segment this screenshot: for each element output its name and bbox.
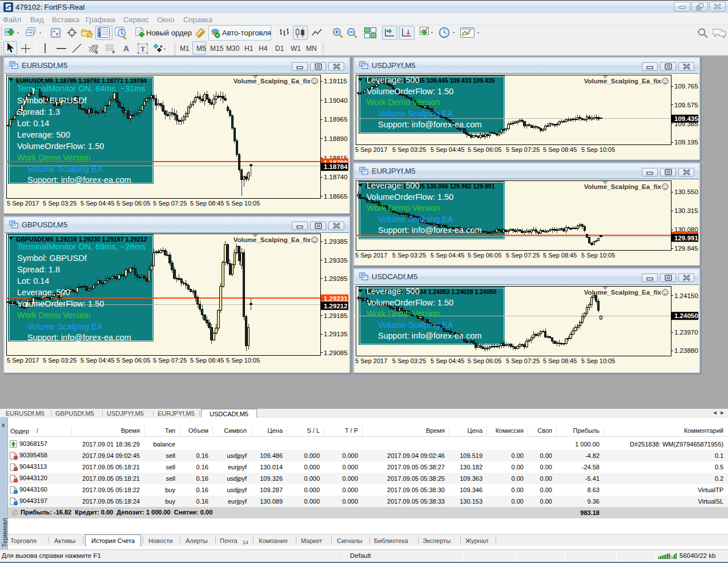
svg-text:Leverage: 500: Leverage: 500 bbox=[17, 288, 70, 297]
svg-text:5 Sep 04:45: 5 Sep 04:45 bbox=[431, 252, 464, 259]
svg-text:Work Demo Version: Work Demo Version bbox=[17, 153, 91, 162]
svg-text:Support: info@forex-ea.com: Support: info@forex-ea.com bbox=[378, 226, 482, 235]
svg-text:5 Sep 2017: 5 Sep 2017 bbox=[355, 357, 387, 364]
svg-text:5 Sep 06:05: 5 Sep 06:05 bbox=[468, 146, 501, 153]
svg-text:1.18965: 1.18965 bbox=[324, 116, 348, 123]
svg-text:1.18890: 1.18890 bbox=[324, 135, 348, 142]
svg-text:Symbol: EURUSDf: Symbol: EURUSDf bbox=[17, 96, 87, 105]
svg-text:Volume_Scalping_Ea_fix: Volume_Scalping_Ea_fix bbox=[584, 78, 662, 85]
svg-text:Lot: 0.14: Lot: 0.14 bbox=[17, 276, 49, 285]
svg-text:5 Sep 04:45: 5 Sep 04:45 bbox=[81, 357, 114, 364]
svg-text:Support: info@forex-ea.com: Support: info@forex-ea.com bbox=[27, 333, 131, 342]
svg-text:1.23970: 1.23970 bbox=[674, 329, 698, 336]
svg-text:Work Demo Version: Work Demo Version bbox=[367, 309, 440, 318]
svg-text:1.29385: 1.29385 bbox=[324, 238, 348, 245]
svg-text:5 Sep 10:05: 5 Sep 10:05 bbox=[226, 357, 260, 364]
svg-text:1.29231: 1.29231 bbox=[324, 295, 348, 302]
svg-text:Leverage: 500: Leverage: 500 bbox=[367, 181, 420, 190]
svg-text:5 Sep 08:45: 5 Sep 08:45 bbox=[543, 252, 577, 259]
svg-text:1.23880: 1.23880 bbox=[674, 347, 698, 354]
svg-text:5 Sep 2017: 5 Sep 2017 bbox=[355, 146, 387, 153]
svg-text:Symbol: GBPUSDf: Symbol: GBPUSDf bbox=[17, 254, 87, 263]
svg-text:Support: info@forex-ea.com: Support: info@forex-ea.com bbox=[378, 331, 482, 340]
svg-text:5 Sep 06:05: 5 Sep 06:05 bbox=[468, 357, 501, 364]
svg-text:1.18784: 1.18784 bbox=[324, 163, 348, 170]
svg-text:1.29085: 1.29085 bbox=[324, 349, 348, 356]
svg-text:Support: info@forex-ea.com: Support: info@forex-ea.com bbox=[378, 120, 482, 129]
svg-text:5 Sep 04:45: 5 Sep 04:45 bbox=[431, 357, 464, 364]
svg-text:Volume Scalping EA: Volume Scalping EA bbox=[27, 322, 103, 331]
svg-text:5 Sep 04:45: 5 Sep 04:45 bbox=[81, 200, 114, 207]
svg-text:1.24050: 1.24050 bbox=[674, 312, 698, 319]
svg-text:5 Sep 10:05: 5 Sep 10:05 bbox=[581, 252, 615, 259]
svg-text:5 Sep 10:05: 5 Sep 10:05 bbox=[581, 357, 615, 364]
svg-text:5 Sep 03:25: 5 Sep 03:25 bbox=[392, 146, 426, 153]
svg-text:Volume Scalping EA: Volume Scalping EA bbox=[378, 215, 453, 224]
svg-text:Spread: 1.3: Spread: 1.3 bbox=[17, 107, 60, 116]
svg-text:5 Sep 08:45: 5 Sep 08:45 bbox=[190, 200, 224, 207]
svg-text:109.195: 109.195 bbox=[674, 139, 698, 146]
svg-text:5 Sep 08:45: 5 Sep 08:45 bbox=[543, 357, 577, 364]
svg-text:1.19040: 1.19040 bbox=[324, 97, 348, 104]
svg-text:EURUSDf,M5 1.18785 1.18792 1.1: EURUSDf,M5 1.18785 1.18792 1.18771 1.187… bbox=[16, 77, 147, 84]
svg-text:Volume Scalping EA: Volume Scalping EA bbox=[378, 109, 453, 118]
svg-text:5 Sep 03:25: 5 Sep 03:25 bbox=[43, 200, 77, 207]
svg-text:1.29185: 1.29185 bbox=[324, 312, 348, 319]
svg-text:109.765: 109.765 bbox=[674, 83, 698, 90]
svg-text:Volume_Scalping_Ea_fix: Volume_Scalping_Ea_fix bbox=[234, 236, 311, 243]
svg-text:Support: info@forex-ea.com: Support: info@forex-ea.com bbox=[27, 175, 131, 184]
svg-text:5 Sep 10:05: 5 Sep 10:05 bbox=[581, 146, 615, 153]
svg-text:Leverage: 500: Leverage: 500 bbox=[367, 75, 420, 85]
svg-text:Leverage: 500: Leverage: 500 bbox=[367, 287, 420, 296]
svg-text:TerminalMonitor ON, 69ms, ~28m: TerminalMonitor ON, 69ms, ~28ms bbox=[17, 242, 145, 251]
svg-text:Volume Scalping EA: Volume Scalping EA bbox=[378, 320, 453, 329]
svg-text:5 Sep 07:25: 5 Sep 07:25 bbox=[506, 146, 540, 153]
svg-text:VolumeOrderFlow: 1.50: VolumeOrderFlow: 1.50 bbox=[367, 87, 453, 96]
svg-text:5 Sep 2017: 5 Sep 2017 bbox=[7, 357, 39, 364]
svg-text:5 Sep 07:25: 5 Sep 07:25 bbox=[153, 200, 187, 207]
svg-text:109.575: 109.575 bbox=[674, 102, 698, 108]
svg-text:Volume_Scalping_Ea_fix: Volume_Scalping_Ea_fix bbox=[234, 78, 311, 85]
svg-text:5 Sep 08:45: 5 Sep 08:45 bbox=[543, 146, 577, 153]
svg-text:5 Sep 03:25: 5 Sep 03:25 bbox=[392, 357, 426, 364]
svg-text:1.29335: 1.29335 bbox=[324, 257, 348, 264]
svg-text:1.29285: 1.29285 bbox=[324, 275, 348, 282]
svg-text:VolumeOrderFlow: 1.50: VolumeOrderFlow: 1.50 bbox=[17, 299, 104, 308]
svg-text:Work Demo Version: Work Demo Version bbox=[367, 98, 440, 107]
svg-text:1.18665: 1.18665 bbox=[324, 193, 348, 200]
svg-text:Spread: 1.8: Spread: 1.8 bbox=[17, 265, 60, 274]
svg-text:5 Sep 07:25: 5 Sep 07:25 bbox=[506, 357, 540, 364]
svg-text:5 Sep 2017: 5 Sep 2017 bbox=[7, 200, 39, 207]
svg-text:129.991: 129.991 bbox=[674, 235, 698, 242]
svg-text:5 Sep 03:25: 5 Sep 03:25 bbox=[392, 252, 426, 259]
svg-text:129.845: 129.845 bbox=[674, 245, 698, 252]
svg-text:VolumeOrderFlow: 1.50: VolumeOrderFlow: 1.50 bbox=[367, 192, 453, 202]
svg-text:130.315: 130.315 bbox=[674, 207, 698, 214]
svg-text:109.435: 109.435 bbox=[674, 115, 698, 122]
svg-text:5 Sep 04:45: 5 Sep 04:45 bbox=[431, 146, 464, 153]
svg-text:T: T bbox=[140, 45, 145, 53]
svg-text:Work Demo Version: Work Demo Version bbox=[367, 203, 440, 212]
svg-text:5 Sep 07:25: 5 Sep 07:25 bbox=[153, 357, 187, 364]
svg-text:5 Sep 06:05: 5 Sep 06:05 bbox=[116, 357, 150, 364]
svg-text:130.550: 130.550 bbox=[674, 188, 698, 195]
svg-text:1.24150: 1.24150 bbox=[674, 292, 698, 299]
svg-text:5 Sep 03:25: 5 Sep 03:25 bbox=[43, 357, 77, 364]
svg-text:1.29212: 1.29212 bbox=[324, 303, 348, 309]
svg-text:Leverage: 500: Leverage: 500 bbox=[17, 130, 70, 139]
svg-text:5 Sep 06:05: 5 Sep 06:05 bbox=[468, 252, 501, 259]
svg-text:VolumeOrderFlow: 1.50: VolumeOrderFlow: 1.50 bbox=[17, 142, 104, 151]
svg-text:5 Sep 10:05: 5 Sep 10:05 bbox=[226, 200, 260, 207]
svg-text:5 Sep 2017: 5 Sep 2017 bbox=[355, 252, 387, 259]
svg-text:1.18740: 1.18740 bbox=[324, 174, 348, 180]
svg-text:1.29135: 1.29135 bbox=[324, 331, 348, 337]
svg-text:VolumeOrderFlow: 1.50: VolumeOrderFlow: 1.50 bbox=[367, 298, 453, 307]
svg-text:5 Sep 08:45: 5 Sep 08:45 bbox=[190, 357, 224, 364]
svg-text:F: F bbox=[112, 50, 115, 54]
svg-text:Volume Scalping EA: Volume Scalping EA bbox=[27, 164, 103, 174]
svg-text:5 Sep 06:05: 5 Sep 06:05 bbox=[116, 200, 150, 207]
svg-text:Work Demo Version: Work Demo Version bbox=[17, 311, 91, 320]
svg-text:Volume_Scalping_Ea_fix: Volume_Scalping_Ea_fix bbox=[584, 183, 662, 190]
svg-text:Lot: 0.14: Lot: 0.14 bbox=[17, 119, 49, 128]
svg-text:5 Sep 07:25: 5 Sep 07:25 bbox=[506, 252, 540, 259]
